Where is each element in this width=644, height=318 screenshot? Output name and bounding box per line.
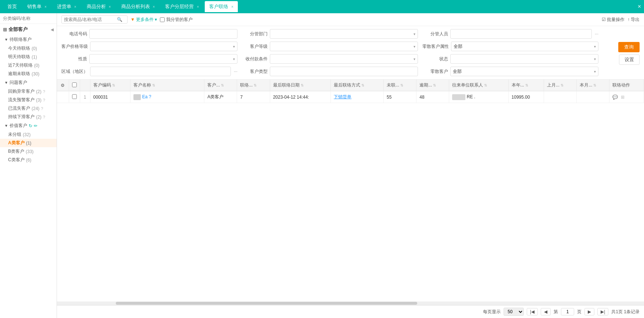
horizontal-scrollbar[interactable]: [57, 301, 644, 305]
row-code: 000031: [90, 91, 130, 103]
row-settings: [57, 91, 69, 103]
nav-purchase[interactable]: 进货单 ×: [53, 1, 81, 12]
contact-col[interactable]: 联络...⇅: [237, 80, 270, 91]
last-contact-date-col[interactable]: 最后联络日期⇅: [270, 80, 331, 91]
chevron-down-icon8: ▾: [594, 70, 596, 74]
customer-table: ⚙ 客户编码⇅ 客户名称⇅ 客户...⇅ 联络...⇅ 最后联络日期⇅ 最后联络…: [57, 80, 644, 103]
retail-attr-select[interactable]: 全部 ▾: [451, 42, 598, 51]
next-page-button[interactable]: ▶: [584, 308, 594, 315]
customer-type-input[interactable]: [270, 67, 418, 76]
nav-product-list[interactable]: 商品分析列表 ×: [117, 1, 160, 12]
edit-icon[interactable]: ✏: [34, 123, 37, 128]
page-input[interactable]: [561, 308, 574, 315]
row-checkbox[interactable]: [72, 94, 77, 99]
sidebar-item-churn-warning[interactable]: 流失预警客户 (3) ?: [0, 96, 57, 104]
batch-op-button[interactable]: ☑ 批量操作: [602, 17, 625, 23]
page-label: 第: [554, 309, 558, 315]
my-customers-check[interactable]: [160, 17, 165, 22]
no-contact-col[interactable]: 未联...⇅: [384, 80, 416, 91]
retail-customer-select[interactable]: 全部 ▾: [450, 67, 598, 76]
sidebar-item-b-class[interactable]: B类客户 (33): [0, 147, 57, 156]
history-contact-col[interactable]: 往来单位联系人⇅: [449, 80, 508, 91]
this-year-col[interactable]: 本年...⇅: [508, 80, 544, 91]
customer-level-select[interactable]: ▾: [270, 42, 418, 51]
last-page-button[interactable]: ▶|: [597, 308, 608, 315]
sidebar-item-today[interactable]: 今天待联络 (0): [0, 44, 57, 53]
close-contact-tab[interactable]: ×: [231, 5, 233, 9]
sidebar-search-area: 🔍: [0, 13, 57, 24]
price-level-select[interactable]: ▾: [90, 42, 237, 51]
query-button[interactable]: 查询: [618, 42, 640, 52]
close-segment-tab[interactable]: ×: [197, 5, 199, 9]
select-all-checkbox[interactable]: [72, 82, 77, 87]
row-actions[interactable]: 💬 ⊞: [609, 91, 644, 103]
triangle-icon3: ▼: [4, 124, 8, 128]
refresh-icon[interactable]: ↻: [29, 123, 32, 128]
window-close-button[interactable]: ×: [638, 3, 641, 10]
more-filters-button[interactable]: ▼ 更多条件 ▾: [130, 17, 157, 23]
value-customers-group[interactable]: ▼ 价值客户 ↻ ✏: [0, 121, 57, 130]
nature-select[interactable]: ▾: [89, 54, 237, 64]
sidebar-item-tomorrow[interactable]: 明天待联络 (1): [0, 53, 57, 61]
payment-select[interactable]: ▾: [270, 54, 418, 64]
sidebar-item-7days[interactable]: 近7天待联络 (0): [0, 61, 57, 70]
close-purchase-tab[interactable]: ×: [74, 5, 76, 9]
name-col[interactable]: 客户名称⇅: [130, 80, 204, 91]
row-history-contact: RE .: [449, 91, 508, 103]
close-sales-tab[interactable]: ×: [44, 5, 47, 9]
problem-customers-group[interactable]: ▼ 问题客户: [0, 78, 57, 87]
export-button[interactable]: ↑ 导出: [627, 17, 640, 23]
last-contact-method-col[interactable]: 最后联络方式⇅: [331, 80, 384, 91]
my-customers-checkbox[interactable]: 我分管的客户: [160, 17, 193, 23]
person-input[interactable]: [450, 29, 592, 39]
sidebar-item-unclassified[interactable]: 未分组 (32): [0, 130, 57, 139]
chevron-down-icon4: ▾: [594, 45, 596, 49]
row-name[interactable]: Ea ?: [130, 91, 204, 103]
first-page-button[interactable]: |◀: [527, 308, 538, 315]
search-input[interactable]: [64, 17, 115, 22]
sidebar-item-a-class[interactable]: A类客户 (1): [0, 139, 57, 147]
chevron-down-icon: ▾: [414, 32, 415, 36]
this-month-col[interactable]: 本月...⇅: [577, 80, 609, 91]
chat-icon[interactable]: 💬: [612, 95, 618, 100]
nav-sales[interactable]: 销售单 ×: [23, 1, 51, 12]
row-num: 1: [80, 91, 90, 103]
page-size-select[interactable]: 50 10 20 100: [504, 308, 524, 316]
row-this-month: [577, 91, 609, 103]
search-icon[interactable]: 🔍: [117, 17, 122, 22]
prev-page-button[interactable]: ◀: [541, 308, 551, 315]
dept-select[interactable]: ▾: [270, 29, 418, 39]
sidebar-item-c-class[interactable]: C类客户 (6): [0, 156, 57, 164]
close-product-list-tab[interactable]: ×: [153, 5, 155, 9]
row-last-method[interactable]: 下销货单: [331, 91, 384, 103]
sidebar-item-declining[interactable]: 持续下滑客户 (2) ?: [0, 113, 57, 121]
nav-customer-segment[interactable]: 客户分层经营 ×: [161, 1, 203, 12]
overdue-col[interactable]: 逾期...⇅: [416, 80, 449, 91]
pending-contact-group[interactable]: ▼ 待联络客户: [0, 35, 57, 44]
code-col[interactable]: 客户编码⇅: [90, 80, 130, 91]
row-contact-count: 7: [237, 91, 270, 103]
all-customers-header[interactable]: ⊞ 全部客户 ◀: [0, 24, 57, 35]
region-input[interactable]: [90, 67, 231, 76]
region-dots-button[interactable]: ···: [234, 69, 237, 74]
sidebar-item-overdue[interactable]: 逾期未联络 (30): [0, 70, 57, 78]
sidebar-item-abnormal[interactable]: 回购异常客户 (2) ?: [0, 87, 57, 96]
phone-input[interactable]: [89, 29, 237, 39]
sidebar-item-churned[interactable]: 已流失客户 (24) ?: [0, 104, 57, 113]
status-select[interactable]: ▾: [450, 54, 598, 64]
nav-product-analysis[interactable]: 商品分析 ×: [82, 1, 115, 12]
filter-retail-attr: 零散客户属性 全部 ▾: [422, 42, 598, 51]
settings-col[interactable]: ⚙: [57, 80, 69, 91]
close-product-tab[interactable]: ×: [109, 5, 111, 9]
filter-person: 分管人员 ···: [422, 29, 598, 39]
sidebar-search-input[interactable]: [3, 16, 57, 21]
scrollbar-thumb[interactable]: [116, 302, 417, 305]
setting-button[interactable]: 设置: [619, 54, 640, 65]
nav-customer-contact[interactable]: 客户联络 ×: [205, 1, 238, 12]
category-col[interactable]: 客户...⇅: [204, 80, 237, 91]
row-checkbox-cell[interactable]: [69, 91, 80, 103]
person-dots-button[interactable]: ···: [595, 31, 598, 36]
nav-home[interactable]: 首页: [3, 1, 21, 12]
qr-icon[interactable]: ⊞: [621, 95, 625, 100]
last-month-col[interactable]: 上月...⇅: [544, 80, 577, 91]
